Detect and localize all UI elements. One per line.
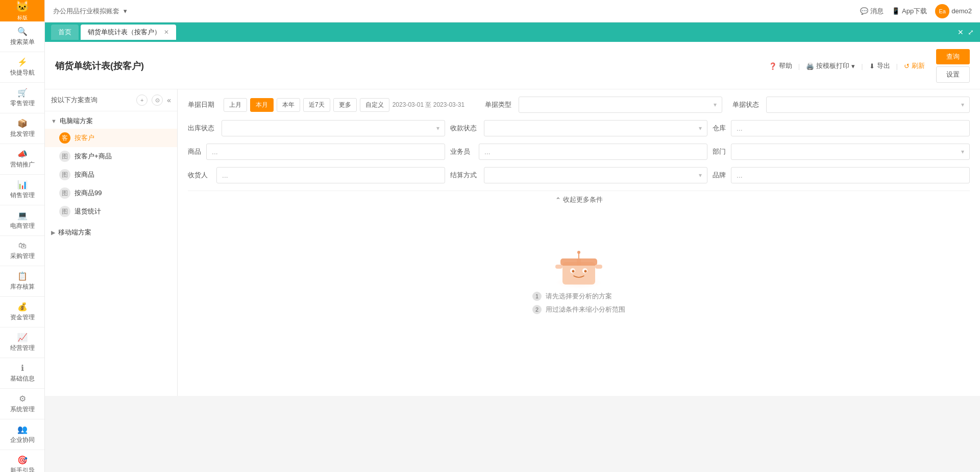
scheme-item-product99-label: 按商品99	[75, 188, 102, 198]
scheme-item-product99[interactable]: 图 按商品99	[45, 184, 177, 202]
out-status-select[interactable]: ▾	[222, 120, 445, 136]
empty-tips: 1 请先选择要分析的方案 2 用过滤条件来缩小分析范围	[532, 292, 625, 314]
date-btn-more[interactable]: 更多	[333, 98, 357, 112]
scheme-item-return[interactable]: 图 退货统计	[45, 202, 177, 221]
divider1: |	[798, 62, 800, 70]
sidebar-item-13[interactable]: 👥企业协同	[0, 419, 45, 450]
sidebar-nav: 🔍搜索菜单⚡快捷导航🛒零售管理📦批发管理📣营销推广📊销售管理💻电商管理🛍采购管理…	[0, 21, 45, 472]
scheme-item-customer-product[interactable]: 图 按客户+商品	[45, 147, 177, 166]
scheme-item-customer[interactable]: 客 按客户	[45, 129, 177, 147]
scheme-group-desktop-header[interactable]: ▼ 电脑端方案	[45, 113, 177, 129]
close-window-icon[interactable]: ✕	[958, 28, 964, 36]
date-range-text: 2023-03-01 至 2023-03-31	[393, 101, 464, 109]
dept-select[interactable]: ▾	[731, 144, 970, 160]
help-button[interactable]: ❓ 帮助	[769, 61, 792, 70]
sidebar-item-label-7: 采购管理	[10, 252, 35, 261]
user-name: demo2	[951, 7, 972, 15]
return-scheme-icon: 图	[59, 206, 70, 217]
help-icon: ❓	[769, 62, 777, 70]
brand-input[interactable]: ...	[731, 167, 970, 183]
message-button[interactable]: 💬 消息	[860, 7, 884, 16]
filter-row-date: 单据日期 上月 本月 本年 近7天 更多 自定义 2023-03-01 至 20…	[188, 97, 970, 113]
export-button[interactable]: ⬇ 导出	[869, 61, 890, 70]
sidebar-item-2[interactable]: 🛒零售管理	[0, 83, 45, 113]
empty-state: 1 请先选择要分析的方案 2 用过滤条件来缩小分析范围	[188, 208, 970, 345]
tab-sales-stat[interactable]: 销货单统计表（按客户） ✕	[81, 25, 176, 40]
settings-button[interactable]: 设置	[936, 66, 970, 83]
filter-row-4: 收货人 ... 结算方式 ▾	[188, 167, 970, 183]
page-actions: ❓ 帮助 | 🖨️ 按模板打印 ▾ | ⬇ 导出 |	[769, 49, 970, 83]
sidebar-item-label-6: 电商管理	[10, 222, 35, 230]
scheme-group-mobile-header[interactable]: ▶ 移动端方案	[45, 225, 177, 240]
refresh-label: 刷新	[912, 61, 925, 70]
out-status-arrow-icon: ▾	[436, 125, 439, 132]
edit-scheme-button[interactable]: ⊙	[152, 95, 163, 106]
scheme-panel: 按以下方案查询 + ⊙ « ▼ 电脑端方案	[45, 89, 178, 396]
export-label: 导出	[877, 61, 890, 70]
date-btn-prev-month[interactable]: 上月	[224, 98, 247, 112]
settle-select[interactable]: ▾	[484, 167, 707, 183]
sidebar-item-12[interactable]: ⚙系统管理	[0, 389, 45, 419]
recipient-input[interactable]: ...	[216, 167, 445, 183]
scheme-group-desktop-label: 电脑端方案	[60, 116, 93, 126]
tab-close-icon[interactable]: ✕	[164, 29, 169, 36]
collect-status-select[interactable]: ▾	[484, 120, 707, 136]
sidebar-item-label-4: 营销推广	[10, 160, 35, 169]
sidebar-item-9[interactable]: 💰资金管理	[0, 297, 45, 327]
date-btn-current-year[interactable]: 本年	[277, 98, 300, 112]
sidebar-item-1[interactable]: ⚡快捷导航	[0, 52, 45, 83]
scheme-group-mobile-label: 移动端方案	[58, 228, 91, 237]
settle-arrow-icon: ▾	[699, 172, 702, 179]
sidebar-item-icon-6: 💻	[17, 210, 28, 220]
user-profile-button[interactable]: Ea demo2	[935, 4, 972, 18]
sidebar-item-4[interactable]: 📣营销推广	[0, 144, 45, 175]
order-type-select[interactable]: ▾	[519, 97, 722, 113]
sidebar-item-8[interactable]: 📋库存核算	[0, 266, 45, 297]
svg-rect-3	[577, 258, 581, 266]
add-scheme-button[interactable]: +	[136, 95, 148, 106]
breadcrumb-arrow-icon: ▾	[124, 7, 127, 15]
page-header: 销货单统计表(按客户) ❓ 帮助 | 🖨️ 按模板打印 ▾ | ⬇	[45, 42, 980, 89]
filter-row-3: 商品 ... 业务员 ... 部门	[188, 144, 970, 160]
sidebar-item-3[interactable]: 📦批发管理	[0, 113, 45, 144]
date-btn-custom[interactable]: 自定义	[360, 98, 389, 112]
sidebar-item-0[interactable]: 🔍搜索菜单	[0, 21, 45, 52]
date-btn-current-month[interactable]: 本月	[250, 98, 274, 112]
tab-home[interactable]: 首页	[51, 25, 79, 40]
sidebar-item-10[interactable]: 📈经营管理	[0, 327, 45, 358]
sidebar-item-5[interactable]: 📊销售管理	[0, 175, 45, 205]
sidebar-item-14[interactable]: 🎯新手引导	[0, 450, 45, 472]
sidebar-item-label-10: 经营管理	[10, 344, 35, 352]
order-status-select[interactable]: ▾	[766, 97, 970, 113]
sidebar-item-label-3: 批发管理	[10, 130, 35, 138]
scheme-item-product[interactable]: 图 按商品	[45, 166, 177, 184]
product-label: 商品	[188, 147, 203, 156]
maximize-window-icon[interactable]: ⤢	[968, 28, 974, 36]
print-button[interactable]: 🖨️ 按模板打印 ▾	[806, 61, 855, 70]
product-input[interactable]: ...	[206, 144, 445, 160]
app-download-button[interactable]: 📱 App下载	[892, 7, 927, 16]
tab-window-controls: ✕ ⤢	[958, 28, 974, 36]
query-button[interactable]: 查询	[936, 49, 970, 64]
collapse-panel-button[interactable]: «	[167, 96, 171, 104]
page-title: 销货单统计表(按客户)	[55, 60, 144, 72]
salesperson-dots: ...	[484, 148, 491, 156]
warehouse-input[interactable]: ...	[731, 120, 970, 136]
sidebar-item-7[interactable]: 🛍采购管理	[0, 236, 45, 266]
scheme-item-customer-label: 按客户	[75, 133, 94, 143]
sidebar-item-icon-1: ⚡	[17, 57, 28, 67]
date-btn-7days[interactable]: 近7天	[303, 98, 330, 112]
print-icon: 🖨️	[806, 62, 814, 70]
sidebar-item-11[interactable]: ℹ基础信息	[0, 358, 45, 389]
sidebar-item-6[interactable]: 💻电商管理	[0, 205, 45, 236]
app-logo[interactable]: 🐱 标版	[0, 0, 45, 21]
collapse-more-button[interactable]: ⌃ 收起更多条件	[188, 191, 970, 208]
tab-home-label: 首页	[58, 28, 71, 37]
order-status-label: 单据状态	[732, 100, 763, 109]
salesperson-input[interactable]: ...	[479, 144, 707, 160]
robot-icon	[548, 239, 609, 290]
svg-point-6	[572, 270, 575, 273]
sidebar-item-label-5: 销售管理	[10, 191, 35, 200]
refresh-button[interactable]: ↺ 刷新	[904, 61, 925, 70]
divider2: |	[861, 62, 863, 70]
